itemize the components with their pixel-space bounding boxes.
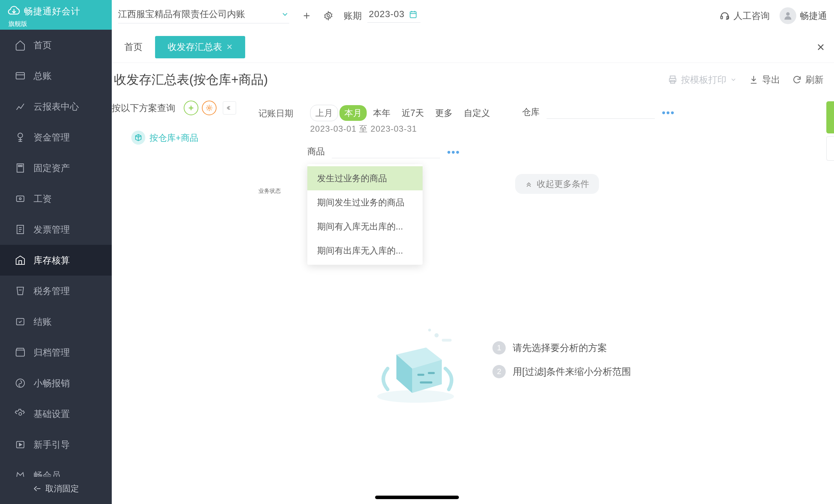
home-indicator	[375, 496, 459, 499]
nav-tax[interactable]: 税务管理	[0, 276, 112, 306]
date-range-text: 2023-03-01 至 2023-03-31	[310, 123, 495, 134]
date-label: 记账日期	[258, 105, 300, 119]
nav-inventory[interactable]: 库存核算	[0, 245, 112, 276]
product-label: 商品	[307, 146, 325, 157]
cube-icon	[134, 133, 142, 142]
nav-expense[interactable]: 小畅报销	[0, 368, 112, 399]
nav-label: 固定资产	[34, 162, 70, 174]
pill-more[interactable]: 更多	[430, 105, 458, 121]
nav-archive[interactable]: 归档管理	[0, 337, 112, 368]
pill-custom[interactable]: 自定义	[459, 105, 495, 121]
cloud-logo-icon	[7, 4, 21, 18]
nav-label: 云报表中心	[34, 101, 79, 113]
nav-label: 小畅报销	[34, 377, 70, 389]
add-scheme-button[interactable]	[184, 101, 198, 115]
svg-point-17	[786, 12, 790, 16]
refresh-label: 刷新	[805, 74, 824, 86]
customer-service[interactable]: 人工咨询	[719, 10, 770, 22]
warehouse-input[interactable]	[547, 105, 655, 119]
company-name: 江西服宝精品有限责任公司内账	[118, 8, 245, 20]
empty-step-2: 2 用[过滤]条件来缩小分析范围	[492, 365, 631, 378]
box-robot-icon	[363, 314, 468, 405]
nav-ledger[interactable]: 总账	[0, 60, 112, 91]
print-button[interactable]: 按模板打印	[668, 74, 737, 86]
collapse-conditions[interactable]: 收起更多条件	[515, 174, 599, 194]
status-option-3[interactable]: 期间有出库无入库的...	[307, 239, 423, 263]
tab-report[interactable]: 收发存汇总表 ✕	[155, 36, 245, 58]
nav-invoice[interactable]: 发票管理	[0, 214, 112, 245]
company-select[interactable]: 江西服宝精品有限责任公司内账	[118, 8, 289, 23]
status-option-2[interactable]: 期间有入库无出库的...	[307, 214, 423, 239]
svg-point-11	[19, 412, 22, 415]
printer-icon	[668, 75, 678, 85]
avatar	[780, 7, 796, 24]
product-more[interactable]: •••	[447, 144, 460, 158]
product-input[interactable]	[332, 144, 440, 158]
nav-closing[interactable]: 结账	[0, 306, 112, 337]
nav-membership[interactable]: 畅会员	[0, 460, 112, 477]
nav-label: 税务管理	[34, 285, 70, 297]
pill-this-month[interactable]: 本月	[339, 105, 367, 121]
period-label: 账期	[344, 10, 362, 22]
svg-rect-14	[410, 12, 416, 17]
secondary-side-button[interactable]	[826, 136, 834, 161]
svg-point-26	[434, 333, 439, 337]
svg-rect-25	[420, 381, 432, 384]
pill-7days[interactable]: 近7天	[397, 105, 429, 121]
user-menu[interactable]: 畅捷通	[780, 7, 827, 24]
calendar-icon	[409, 10, 418, 19]
nav-label: 归档管理	[34, 346, 70, 359]
svg-rect-16	[727, 16, 729, 19]
nav-label: 库存核算	[34, 254, 70, 266]
nav-label: 畅会员	[34, 469, 61, 477]
scheme-settings-button[interactable]	[202, 101, 217, 115]
status-dropdown: 发生过业务的商品 期间发生过业务的商品 期间有入库无出库的... 期间有出库无入…	[307, 164, 423, 265]
nav-settings[interactable]: 基础设置	[0, 399, 112, 429]
tab-home[interactable]: 首页	[112, 36, 155, 58]
status-option-1[interactable]: 期间发生过业务的商品	[307, 190, 423, 214]
collapse-label: 收起更多条件	[537, 178, 589, 190]
step-text: 请先选择要分析的方案	[513, 342, 607, 354]
print-label: 按模板打印	[681, 74, 726, 86]
status-option-0[interactable]: 发生过业务的商品	[307, 166, 423, 190]
headset-icon	[719, 10, 730, 21]
svg-rect-2	[17, 164, 24, 172]
scheme-panel: 按以下方案查询 按仓库+商品	[112, 101, 236, 145]
close-all-tabs[interactable]	[812, 39, 829, 56]
collapse-panel-button[interactable]	[223, 101, 236, 115]
plus-icon[interactable]	[302, 11, 312, 21]
nav-fixed-assets[interactable]: 固定资产	[0, 153, 112, 183]
scheme-item[interactable]: 按仓库+商品	[131, 131, 236, 145]
nav-funds[interactable]: 资金管理	[0, 122, 112, 153]
refresh-button[interactable]: 刷新	[792, 74, 824, 86]
export-button[interactable]: 导出	[749, 74, 780, 86]
topbar: 江西服宝精品有限责任公司内账 账期 2023-03 人工咨询 畅捷通	[112, 0, 834, 31]
pill-last-month[interactable]: 上月	[310, 105, 338, 121]
double-chevron-up-icon	[525, 180, 533, 188]
empty-step-1: 1 请先选择要分析的方案	[492, 341, 631, 355]
gear-icon[interactable]	[323, 11, 333, 21]
svg-rect-15	[721, 16, 723, 19]
tab-label: 收发存汇总表	[168, 41, 222, 53]
warehouse-more[interactable]: •••	[662, 105, 675, 119]
nav-label: 首页	[34, 39, 52, 51]
sidebar-unpin[interactable]: 取消固定	[0, 477, 112, 504]
query-button[interactable]	[826, 101, 834, 133]
brand-edition: 旗舰版	[8, 20, 105, 28]
empty-state: 1 请先选择要分析的方案 2 用[过滤]条件来缩小分析范围	[363, 314, 631, 405]
nav-home[interactable]: 首页	[0, 30, 112, 60]
nav-salary[interactable]: 工资	[0, 183, 112, 214]
svg-point-21	[208, 107, 210, 109]
svg-rect-3	[19, 165, 20, 167]
date-pill-group: 上月 本月 本年 近7天 更多 自定义	[310, 105, 495, 121]
nav-reports[interactable]: 云报表中心	[0, 91, 112, 122]
nav-guide[interactable]: 新手引导	[0, 429, 112, 460]
tab-close-icon[interactable]: ✕	[226, 43, 233, 52]
period-select[interactable]: 2023-03	[367, 9, 420, 23]
svg-rect-5	[16, 196, 24, 202]
export-icon	[749, 75, 759, 85]
pill-this-year[interactable]: 本年	[368, 105, 395, 121]
tab-label: 首页	[124, 41, 142, 53]
page-title: 收发存汇总表(按仓库+商品)	[114, 71, 268, 88]
step-number: 1	[492, 341, 506, 355]
